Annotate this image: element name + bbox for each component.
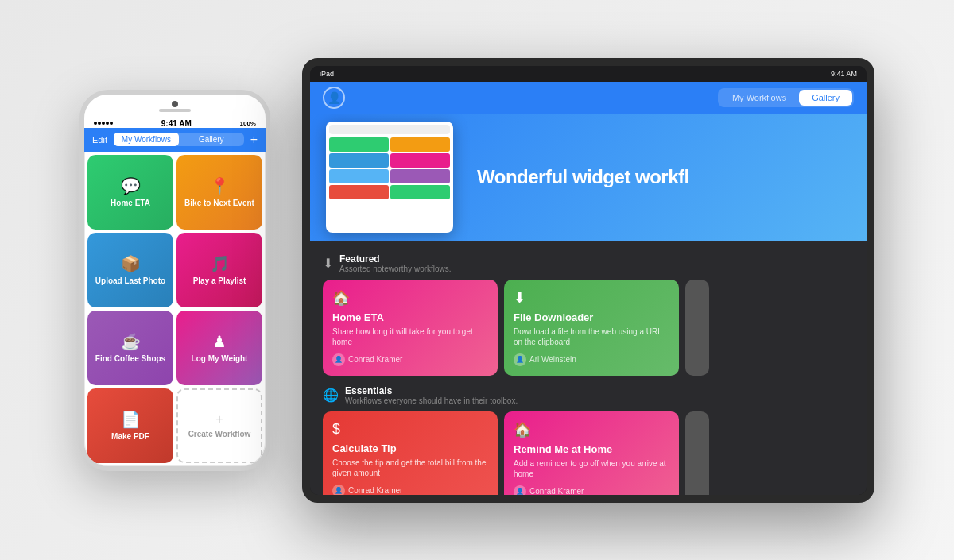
remind-card-desc: Add a reminder to go off when you arrive… (514, 458, 669, 479)
home-eta-author-row: 👤 Conrad Kramer (332, 353, 488, 366)
create-plus-icon: + (215, 412, 223, 427)
file-dl-author-row: 👤 Ari Weinstein (514, 353, 669, 366)
cards-overflow-indicator (685, 280, 709, 376)
file-dl-avatar: 👤 (514, 353, 526, 366)
card-calculate-tip[interactable]: $ Calculate Tip Choose the tip and get t… (323, 411, 498, 495)
hero-mockup (326, 122, 453, 233)
signal-icon (94, 122, 113, 125)
mockup-tile-5 (329, 169, 389, 183)
card-home-eta[interactable]: 🏠 Home ETA Share how long it will take f… (323, 280, 498, 376)
file-dl-card-icon: ⬇ (514, 289, 669, 307)
bike-icon: 📍 (210, 176, 230, 195)
remind-card-title: Remind Me at Home (514, 443, 669, 455)
card-remind-home[interactable]: 🏠 Remind Me at Home Add a reminder to go… (504, 411, 679, 495)
coffee-label: Find Coffee Shops (95, 354, 165, 364)
bike-label: Bike to Next Event (184, 199, 254, 208)
upload-icon: 📦 (121, 254, 141, 273)
essentials-overflow-indicator (685, 411, 709, 495)
mockup-tile-1 (329, 137, 389, 152)
tile-playlist[interactable]: 🎵 Play a Playlist (176, 233, 262, 307)
mockup-grid (329, 137, 450, 199)
home-eta-card-title: Home ETA (332, 311, 488, 323)
file-dl-card-title: File Downloader (514, 311, 669, 323)
tablet-brand: iPad (320, 70, 334, 78)
playlist-label: Play a Playlist (193, 276, 246, 286)
tip-card-desc: Choose the tip and get the total bill fr… (332, 458, 488, 478)
file-dl-author: Ari Weinstein (529, 355, 576, 364)
tip-card-title: Calculate Tip (332, 442, 488, 454)
phone-time: 9:41 AM (161, 119, 192, 128)
remind-author: Conrad Kramer (529, 487, 584, 495)
tablet-tabs: My Workflows Gallery (718, 88, 854, 107)
home-eta-card-icon: 🏠 (332, 289, 488, 307)
tile-upload[interactable]: 📦 Upload Last Photo (87, 233, 173, 307)
remind-avatar: 👤 (514, 485, 526, 495)
hero-mockup-content (326, 122, 453, 203)
card-file-downloader[interactable]: ⬇ File Downloader Download a file from t… (504, 280, 679, 376)
mockup-tile-8 (390, 185, 450, 199)
scene: 9:41 AM 100% Edit My Workflows Gallery +… (0, 0, 954, 560)
tablet-status-bar: iPad 9:41 AM (310, 66, 867, 82)
tile-coffee[interactable]: ☕ Find Coffee Shops (87, 311, 173, 385)
tablet-device: iPad 9:41 AM 👤 My Workflows Gallery (302, 58, 874, 503)
phone-speaker (159, 109, 191, 112)
tile-bike[interactable]: 📍 Bike to Next Event (176, 155, 262, 230)
tab-gallery[interactable]: Gallery (179, 133, 244, 146)
home-eta-icon: 💬 (121, 176, 141, 195)
pdf-icon: 📄 (121, 410, 141, 429)
tab-my-workflows[interactable]: My Workflows (114, 133, 179, 146)
tip-author: Conrad Kramer (348, 486, 402, 495)
essentials-section-info: Essentials Workflows everyone should hav… (345, 385, 518, 405)
tip-author-row: 👤 Conrad Kramer (332, 485, 488, 495)
mockup-tile-4 (390, 153, 450, 168)
home-eta-label: Home ETA (111, 199, 150, 208)
phone-status-bar: 9:41 AM 100% (84, 114, 266, 128)
edit-button[interactable]: Edit (92, 135, 107, 145)
featured-subtitle: Assorted noteworthy workflows. (339, 265, 452, 273)
tile-home-eta[interactable]: 💬 Home ETA (87, 155, 173, 230)
featured-title: Featured (339, 253, 452, 265)
mockup-tile-2 (390, 137, 450, 152)
hero-tagline: Wonderful widget workfl (477, 166, 689, 188)
featured-cards-row: 🏠 Home ETA Share how long it will take f… (323, 280, 854, 376)
create-label: Create Workflow (188, 430, 251, 439)
mockup-search-bar (329, 125, 450, 134)
tablet-time: 9:41 AM (831, 70, 857, 78)
tip-avatar: 👤 (332, 485, 345, 495)
home-eta-avatar: 👤 (332, 353, 345, 366)
essentials-cards-row: $ Calculate Tip Choose the tip and get t… (323, 411, 854, 495)
mockup-tile-3 (329, 153, 389, 168)
essentials-subtitle: Workflows everyone should have in their … (345, 396, 518, 405)
tile-create[interactable]: + Create Workflow (176, 388, 262, 463)
coffee-icon: ☕ (121, 332, 141, 351)
remind-author-row: 👤 Conrad Kramer (514, 485, 669, 495)
tile-pdf[interactable]: 📄 Make PDF (87, 388, 173, 463)
essentials-icon: 🌐 (323, 388, 339, 403)
remind-card-icon: 🏠 (514, 421, 669, 438)
tablet-tab-gallery[interactable]: Gallery (799, 90, 852, 106)
mockup-tile-7 (329, 185, 389, 199)
mockup-tile-6 (390, 169, 450, 183)
featured-section-info: Featured Assorted noteworthy workflows. (339, 253, 452, 273)
phone-header: Edit My Workflows Gallery + (84, 128, 266, 152)
tablet-content: ⬇ Featured Assorted noteworthy workflows… (310, 241, 867, 495)
tile-weight[interactable]: ♟ Log My Weight (176, 311, 262, 385)
phone-device: 9:41 AM 100% Edit My Workflows Gallery +… (80, 90, 270, 471)
essentials-title: Essentials (345, 385, 518, 396)
home-eta-card-desc: Share how long it will take for you to g… (332, 326, 488, 347)
weight-label: Log My Weight (192, 354, 248, 364)
tablet-logo: 👤 (323, 87, 345, 109)
playlist-icon: 🎵 (210, 254, 230, 273)
weight-icon: ♟ (212, 332, 227, 351)
tablet-header: 👤 My Workflows Gallery (310, 82, 867, 114)
featured-icon: ⬇ (323, 256, 333, 271)
tablet-hero: Wonderful widget workfl (310, 114, 867, 241)
featured-section-header: ⬇ Featured Assorted noteworthy workflows… (323, 253, 854, 273)
home-eta-author: Conrad Kramer (348, 355, 402, 364)
tip-card-icon: $ (332, 421, 488, 438)
add-workflow-button[interactable]: + (250, 133, 258, 147)
pdf-label: Make PDF (111, 432, 149, 442)
tablet-tab-my-workflows[interactable]: My Workflows (719, 90, 799, 106)
battery-status: 100% (240, 120, 256, 127)
phone-tabs: My Workflows Gallery (114, 133, 244, 146)
